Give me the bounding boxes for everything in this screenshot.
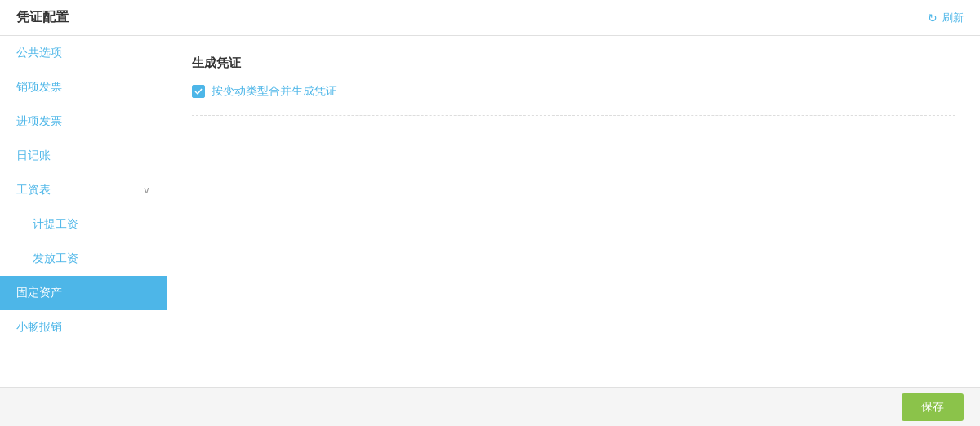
sidebar-item-journal[interactable]: 日记账: [0, 139, 167, 173]
save-button[interactable]: 保存: [902, 393, 964, 421]
header: 凭证配置 ↻ 刷新: [0, 0, 980, 36]
sidebar-item-sales-invoice[interactable]: 销项发票: [0, 70, 167, 104]
sidebar-item-label: 工资表: [16, 183, 51, 197]
sidebar-item-purchase-invoice[interactable]: 进项发票: [0, 104, 167, 139]
footer: 保存: [0, 387, 980, 426]
page-title: 凭证配置: [16, 9, 69, 26]
sidebar-item-pay-salary[interactable]: 发放工资: [0, 242, 167, 276]
app-container: 凭证配置 ↻ 刷新 公共选项销项发票进项发票日记账工资表∨计提工资发放工资固定资…: [0, 0, 980, 426]
section-divider: [192, 115, 956, 116]
sidebar-item-label: 销项发票: [16, 80, 62, 95]
sidebar-item-label: 固定资产: [16, 286, 62, 300]
refresh-label: 刷新: [942, 11, 964, 25]
checkbox-row: 按变动类型合并生成凭证: [192, 84, 956, 99]
sidebar-item-label: 计提工资: [33, 217, 78, 232]
sidebar-item-label: 公共选项: [16, 46, 62, 60]
checkbox-label[interactable]: 按变动类型合并生成凭证: [212, 84, 337, 99]
sidebar-item-label: 进项发票: [16, 114, 62, 129]
sidebar-item-label: 小畅报销: [16, 320, 62, 335]
sidebar: 公共选项销项发票进项发票日记账工资表∨计提工资发放工资固定资产小畅报销: [0, 36, 167, 387]
body: 公共选项销项发票进项发票日记账工资表∨计提工资发放工资固定资产小畅报销 生成凭证…: [0, 36, 980, 387]
sidebar-item-label: 日记账: [16, 149, 51, 163]
merge-checkbox[interactable]: [192, 85, 205, 98]
chevron-down-icon: ∨: [143, 184, 150, 196]
sidebar-item-payroll-table[interactable]: 工资表∨: [0, 173, 167, 207]
sidebar-item-fixed-assets[interactable]: 固定资产: [0, 276, 167, 310]
sidebar-item-calculate-salary[interactable]: 计提工资: [0, 207, 167, 242]
sidebar-item-label: 发放工资: [33, 251, 78, 266]
sidebar-item-expense-report[interactable]: 小畅报销: [0, 310, 167, 344]
refresh-icon: ↻: [928, 11, 938, 24]
sidebar-item-public-options[interactable]: 公共选项: [0, 36, 167, 70]
refresh-button[interactable]: ↻ 刷新: [928, 11, 964, 25]
section-title: 生成凭证: [192, 55, 956, 71]
check-icon: [194, 87, 203, 95]
main-content: 生成凭证 按变动类型合并生成凭证: [167, 36, 980, 387]
